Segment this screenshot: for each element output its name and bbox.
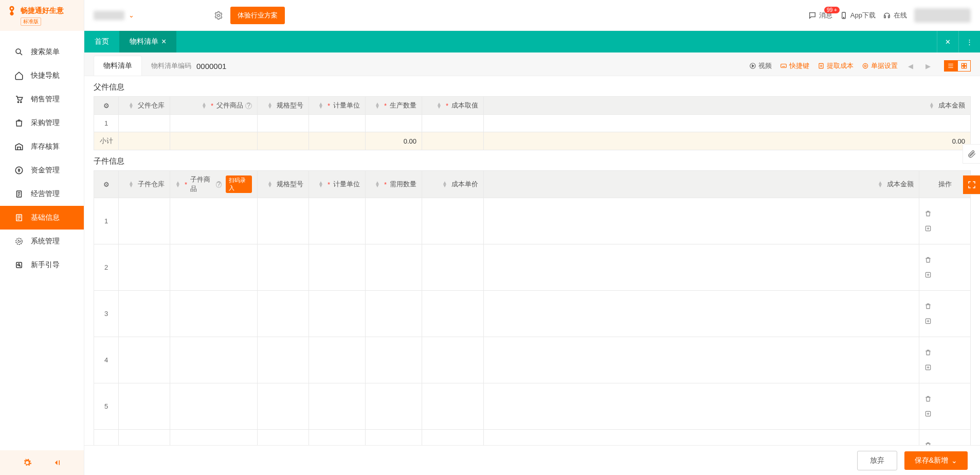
fullscreen-widget[interactable]	[963, 175, 980, 195]
cell-warehouse[interactable]	[119, 244, 170, 291]
close-icon[interactable]: ×	[161, 38, 166, 46]
view-list-button[interactable]	[944, 60, 957, 72]
cell-cost-amount[interactable]	[484, 383, 919, 430]
save-new-button[interactable]: 保存&新增⌄	[904, 451, 968, 470]
col-parent-qty[interactable]: ▲▼*生产数量	[366, 97, 422, 115]
discard-button[interactable]: 放弃	[857, 451, 897, 470]
delete-row-icon[interactable]	[924, 442, 965, 445]
video-button[interactable]: 视频	[749, 61, 772, 71]
cell-unit[interactable]	[309, 115, 366, 132]
cell-warehouse[interactable]	[119, 115, 170, 132]
cell-unit-cost[interactable]	[422, 291, 484, 337]
col-child-unit[interactable]: ▲▼*计量单位	[309, 171, 366, 198]
col-child-unit-cost[interactable]: ▲▼成本单价	[422, 171, 484, 198]
cell-spec[interactable]	[258, 198, 309, 244]
add-row-icon[interactable]	[924, 318, 965, 325]
cell-unit[interactable]	[309, 244, 366, 291]
cell-unit-cost[interactable]	[422, 383, 484, 430]
cell-spec[interactable]	[258, 291, 309, 337]
cell-cost-method[interactable]	[422, 115, 484, 132]
add-row-icon[interactable]	[924, 364, 965, 371]
add-row-icon[interactable]	[924, 271, 965, 278]
doc-setting-button[interactable]: 单据设置	[862, 61, 898, 71]
cell-unit[interactable]	[309, 291, 366, 337]
app-download-button[interactable]: App下载	[840, 11, 876, 20]
table-row[interactable]: 3	[94, 291, 971, 337]
cell-need-qty[interactable]	[366, 291, 422, 337]
col-parent-warehouse[interactable]: ▲▼父件仓库	[119, 97, 170, 115]
delete-row-icon[interactable]	[924, 210, 965, 217]
cell-cost-amount[interactable]	[484, 244, 919, 291]
table-row[interactable]: 6	[94, 430, 971, 446]
messages-button[interactable]: 消息 99 +	[808, 11, 832, 20]
table-row[interactable]: 1	[94, 115, 971, 132]
col-parent-cost-amount[interactable]: ▲▼成本金额	[484, 97, 971, 115]
table-row[interactable]: 4	[94, 337, 971, 383]
attachment-widget[interactable]	[963, 144, 980, 164]
prev-record-button[interactable]: ◀	[906, 62, 915, 70]
sidebar-item-purchase[interactable]: 采购管理	[0, 111, 84, 135]
cell-warehouse[interactable]	[119, 291, 170, 337]
close-all-tabs[interactable]: ✕	[937, 31, 958, 52]
cell-need-qty[interactable]	[366, 198, 422, 244]
col-settings[interactable]: ⚙	[94, 171, 119, 198]
cell-product[interactable]	[170, 383, 258, 430]
collapse-icon[interactable]	[52, 458, 61, 467]
sidebar-item-inventory[interactable]: 库存核算	[0, 135, 84, 159]
col-child-warehouse[interactable]: ▲▼子件仓库	[119, 171, 170, 198]
try-industry-button[interactable]: 体验行业方案	[230, 7, 285, 24]
next-record-button[interactable]: ▶	[923, 62, 933, 70]
sidebar-item-basic[interactable]: 基础信息	[0, 206, 84, 230]
col-parent-unit[interactable]: ▲▼*计量单位	[309, 97, 366, 115]
page-tab-bom[interactable]: 物料清单	[94, 56, 142, 76]
view-card-button[interactable]	[957, 60, 971, 72]
user-avatar-redacted[interactable]	[914, 8, 971, 23]
add-row-icon[interactable]	[924, 225, 965, 232]
cell-need-qty[interactable]	[366, 244, 422, 291]
col-child-spec[interactable]: ▲▼规格型号	[258, 171, 309, 198]
help-icon[interactable]: ?	[245, 102, 252, 109]
delete-row-icon[interactable]	[924, 256, 965, 263]
cell-unit[interactable]	[309, 337, 366, 383]
col-child-need-qty[interactable]: ▲▼*需用数量	[366, 171, 422, 198]
extract-cost-button[interactable]: 提取成本	[818, 61, 854, 71]
cell-cost-amount[interactable]	[484, 291, 919, 337]
scan-entry-button[interactable]: 扫码录入	[226, 175, 252, 193]
cell-qty[interactable]	[366, 115, 422, 132]
col-child-product[interactable]: ▲▼*子件商品?扫码录入	[170, 171, 258, 198]
cell-spec[interactable]	[258, 244, 309, 291]
settings-icon[interactable]	[23, 458, 32, 467]
cell-spec[interactable]	[258, 430, 309, 446]
cell-unit[interactable]	[309, 198, 366, 244]
col-child-cost-amount[interactable]: ▲▼成本金额	[484, 171, 919, 198]
sidebar-item-finance[interactable]: 资金管理	[0, 159, 84, 182]
cell-cost-amount[interactable]	[484, 115, 971, 132]
cell-product[interactable]	[170, 337, 258, 383]
cell-product[interactable]	[170, 291, 258, 337]
cell-spec[interactable]	[258, 115, 309, 132]
cell-cost-amount[interactable]	[484, 337, 919, 383]
cell-warehouse[interactable]	[119, 383, 170, 430]
cell-unit-cost[interactable]	[422, 337, 484, 383]
cell-product[interactable]	[170, 244, 258, 291]
tab-bom[interactable]: 物料清单 ×	[119, 31, 176, 52]
sidebar-item-guide[interactable]: 新手引导	[0, 253, 84, 277]
cell-unit-cost[interactable]	[422, 244, 484, 291]
cell-unit-cost[interactable]	[422, 198, 484, 244]
delete-row-icon[interactable]	[924, 349, 965, 356]
cell-need-qty[interactable]	[366, 383, 422, 430]
col-parent-product[interactable]: ▲▼*父件商品?	[170, 97, 258, 115]
table-row[interactable]: 2	[94, 244, 971, 291]
gear-icon[interactable]	[214, 11, 223, 20]
table-row[interactable]: 1	[94, 198, 971, 244]
tab-home[interactable]: 首页	[84, 31, 119, 52]
shortcut-button[interactable]: 快捷键	[780, 61, 809, 71]
cell-need-qty[interactable]	[366, 337, 422, 383]
sidebar-item-search[interactable]: 搜索菜单	[0, 40, 84, 64]
cell-unit[interactable]	[309, 430, 366, 446]
sidebar-item-quicknav[interactable]: 快捷导航	[0, 64, 84, 87]
col-parent-spec[interactable]: ▲▼规格型号	[258, 97, 309, 115]
cell-warehouse[interactable]	[119, 198, 170, 244]
add-row-icon[interactable]	[924, 410, 965, 417]
tabs-more[interactable]: ⋮	[958, 31, 980, 52]
